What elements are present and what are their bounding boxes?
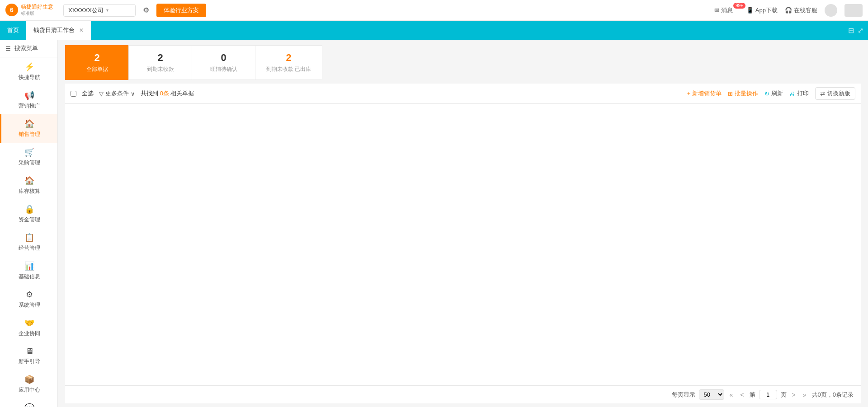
sidebar-item-app-center[interactable]: 📦 应用中心 — [0, 370, 57, 398]
last-page-button[interactable]: » — [801, 391, 808, 398]
quick-nav-icon: ⚡ — [24, 62, 34, 72]
sidebar-item-label: 基础信息 — [19, 273, 40, 281]
app-name: 畅捷通好生意 — [21, 4, 53, 10]
stat-label-overdue-shipped: 到期未收款 已出库 — [266, 65, 311, 73]
toolbar: 全选 ▽ 更多条件 ∨ 共找到 0条 相关单据 + 新增销货单 ⊞ 批量操作 ↻ — [65, 84, 861, 104]
batch-label: 批量操作 — [735, 89, 758, 98]
filter-button[interactable]: ▽ 更多条件 ∨ — [99, 89, 135, 98]
stat-label-pending: 旺辅待确认 — [210, 65, 237, 73]
stat-card-overdue[interactable]: 2 到期未收款 — [128, 45, 192, 80]
stat-number-overdue-shipped: 2 — [286, 52, 292, 64]
trial-button[interactable]: 体验行业方案 — [156, 4, 206, 17]
table-area — [65, 104, 861, 385]
print-button[interactable]: 🖨 打印 — [789, 89, 809, 98]
new-order-button[interactable]: + 新增销货单 — [687, 89, 722, 98]
tab-home[interactable]: 首页 — [0, 21, 26, 40]
search-icon: ☰ — [5, 45, 11, 52]
company-selector[interactable]: XXXXXX公司 ▾ — [63, 4, 136, 17]
sidebar-item-cooperation[interactable]: 🤝 企业协同 — [0, 313, 57, 342]
sidebar-item-sales[interactable]: 🏠 销售管理 — [0, 114, 57, 143]
settings-button[interactable]: ⚙ — [139, 4, 153, 17]
tab-expand-button[interactable]: ⤢ — [858, 26, 863, 35]
page-input[interactable] — [759, 390, 777, 399]
capital-icon: 🔒 — [24, 204, 34, 214]
user-name-area[interactable] — [844, 4, 863, 17]
stat-card-pending[interactable]: 0 旺辅待确认 — [192, 45, 255, 80]
sidebar-item-label: 资金管理 — [19, 216, 40, 224]
print-icon: 🖨 — [789, 90, 795, 97]
sidebar-item-label: 经营管理 — [19, 244, 40, 252]
first-page-button[interactable]: « — [728, 391, 735, 398]
chevron-down-icon: ▾ — [106, 8, 108, 13]
basic-info-icon: 📊 — [24, 261, 34, 271]
select-all-checkbox[interactable] — [71, 91, 76, 97]
stat-card-all[interactable]: 2 全部单据 — [65, 45, 128, 80]
sidebar-item-operation[interactable]: 📋 经营管理 — [0, 228, 57, 257]
switch-version-button[interactable]: ⇄ 切换新版 — [815, 87, 855, 100]
sidebar-item-capital[interactable]: 🔒 资金管理 — [0, 200, 57, 228]
avatar[interactable] — [825, 4, 837, 17]
found-count: 0条 — [160, 90, 169, 97]
sidebar-item-system[interactable]: ⚙ 系统管理 — [0, 285, 57, 313]
sidebar-item-label: 快捷导航 — [19, 74, 40, 81]
search-menu-item[interactable]: ☰ 搜索菜单 — [0, 40, 57, 57]
service-icon: 🎧 — [785, 7, 792, 14]
sales-icon: 🏠 — [24, 119, 34, 129]
header-right: ✉ 消息 99+ 📱 App下载 🎧 在线客服 — [714, 4, 863, 17]
filter-label: 更多条件 — [105, 89, 129, 98]
sidebar-item-inventory[interactable]: 🏠 库存核算 — [0, 171, 57, 200]
sidebar-item-label: 应用中心 — [19, 386, 40, 394]
tab-bar: 首页 钱货日清工作台 ✕ ⊟ ⤢ — [0, 21, 868, 40]
content-area: 2 全部单据 2 到期未收款 0 旺辅待确认 2 到期未收款 已出库 全选 ▽ … — [58, 40, 868, 407]
search-menu-label: 搜索菜单 — [14, 44, 38, 52]
refresh-button[interactable]: ↻ 刷新 — [764, 89, 783, 98]
stat-card-overdue-shipped[interactable]: 2 到期未收款 已出库 — [255, 45, 322, 80]
purchase-icon: 🛒 — [24, 147, 34, 157]
tab-bar-actions: ⊟ ⤢ — [848, 26, 868, 35]
stat-number-pending: 0 — [221, 52, 226, 64]
prev-page-button[interactable]: < — [738, 391, 745, 398]
refresh-label: 刷新 — [771, 89, 783, 98]
found-suffix: 相关单据 — [170, 90, 194, 97]
per-page-select[interactable]: 50 100 200 — [699, 389, 724, 400]
sidebar-item-basic-info[interactable]: 📊 基础信息 — [0, 257, 57, 285]
message-btn[interactable]: ✉ 消息 99+ — [714, 6, 739, 14]
pagination-bar: 每页显示 50 100 200 « < 第 页 > » 共0页，0条记录 — [65, 385, 861, 403]
app-download-btn[interactable]: 📱 App下载 — [746, 6, 778, 14]
marketing-icon: 📢 — [24, 90, 34, 100]
next-page-button[interactable]: > — [790, 391, 797, 398]
guide-icon: 🖥 — [25, 346, 33, 356]
page-suffix: 页 — [781, 391, 787, 399]
stat-number-overdue: 2 — [157, 52, 163, 64]
main-layout: ☰ 搜索菜单 ⚡ 快捷导航 📢 营销推广 🏠 销售管理 🛒 采购管理 🏠 库存核… — [0, 40, 868, 407]
sidebar-item-guide[interactable]: 🖥 新手引导 — [0, 342, 57, 370]
batch-btn[interactable]: ⊞ 批量操作 — [728, 89, 758, 98]
app-center-icon: 📦 — [24, 374, 34, 384]
sidebar-item-label: 系统管理 — [19, 301, 40, 309]
tab-close-icon[interactable]: ✕ — [79, 27, 84, 33]
tab-minimize-button[interactable]: ⊟ — [848, 26, 854, 35]
sidebar-item-marketing[interactable]: 📢 营销推广 — [0, 86, 57, 114]
app-edition: 标准版 — [21, 10, 53, 17]
select-all-label: 全选 — [82, 89, 94, 98]
sidebar-item-purchase[interactable]: 🛒 采购管理 — [0, 143, 57, 171]
sidebar-item-wechat[interactable]: 💬 企业微信 — [0, 398, 57, 407]
online-service-label: 在线客服 — [794, 6, 817, 14]
per-page-label: 每页显示 — [672, 391, 695, 399]
online-service-btn[interactable]: 🎧 在线客服 — [785, 6, 817, 14]
sidebar-item-quick-nav[interactable]: ⚡ 快捷导航 — [0, 57, 57, 86]
cooperation-icon: 🤝 — [24, 318, 34, 328]
found-prefix: 共找到 — [141, 90, 158, 97]
sidebar-item-label: 采购管理 — [19, 159, 40, 167]
top-header: 6 畅捷通好生意 标准版 XXXXXX公司 ▾ ⚙ 体验行业方案 ✉ 消息 99… — [0, 0, 868, 21]
sidebar: ☰ 搜索菜单 ⚡ 快捷导航 📢 营销推广 🏠 销售管理 🛒 采购管理 🏠 库存核… — [0, 40, 58, 407]
toolbar-right: + 新增销货单 ⊞ 批量操作 ↻ 刷新 🖨 打印 ⇄ 切换新版 — [687, 87, 855, 100]
sidebar-item-label: 企业协同 — [19, 330, 40, 337]
page-label: 第 — [750, 391, 755, 399]
message-icon: ✉ — [714, 7, 719, 14]
filter-chevron: ∨ — [131, 90, 135, 97]
sidebar-item-label: 新手引导 — [19, 358, 40, 365]
tab-qhrc[interactable]: 钱货日清工作台 ✕ — [26, 21, 91, 40]
stat-label-all: 全部单据 — [86, 65, 108, 73]
found-text: 共找到 0条 相关单据 — [141, 89, 194, 98]
